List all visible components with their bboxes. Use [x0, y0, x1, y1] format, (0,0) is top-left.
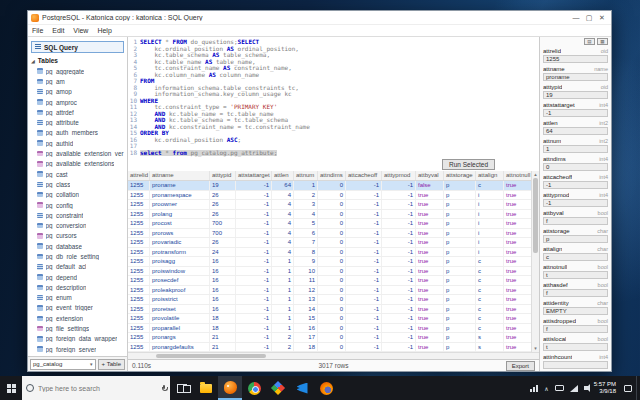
- field-value[interactable]: 19: [543, 91, 608, 99]
- column-header-attbyval[interactable]: attbyval: [416, 171, 444, 180]
- microphone-icon[interactable]: [162, 385, 166, 392]
- field-value[interactable]: f: [543, 325, 608, 333]
- sidebar-item-pg_available_extensions[interactable]: pg_available_extensions: [37, 159, 127, 169]
- table-row[interactable]: 1255pronargdefaults21-12180-1-1truepstru…: [128, 343, 531, 353]
- table-row[interactable]: 1255provolatile18-11150-1-1truepctrue: [128, 314, 531, 324]
- sidebar-item-pg_class[interactable]: pg_class: [37, 179, 127, 189]
- column-header-attname[interactable]: attname: [150, 171, 210, 180]
- sidebar-item-pg_depend[interactable]: pg_depend: [37, 272, 127, 282]
- taskbar-app-photos[interactable]: [266, 376, 290, 400]
- table-row[interactable]: 1255proleakproof16-11120-1-1truepctrue: [128, 286, 531, 296]
- sidebar-item-pg_description[interactable]: pg_description: [37, 282, 127, 292]
- field-value[interactable]: -1: [543, 109, 608, 117]
- field-value[interactable]: 64: [543, 127, 608, 135]
- field-value[interactable]: p: [543, 235, 608, 243]
- taskbar-app-file-explorer[interactable]: [194, 376, 218, 400]
- sidebar-item-pg_enum[interactable]: pg_enum: [37, 293, 127, 303]
- field-value[interactable]: f: [543, 217, 608, 225]
- column-header-attstorage[interactable]: attstorage: [444, 171, 476, 180]
- taskbar-app-vscode[interactable]: [290, 376, 314, 400]
- field-value[interactable]: 1255: [543, 55, 608, 63]
- sidebar-item-pg_attribute[interactable]: pg_attribute: [37, 117, 127, 127]
- chevron-up-icon[interactable]: ∧: [544, 385, 548, 392]
- table-row[interactable]: 1255prolang26-1440-1-1truepitrue: [128, 210, 531, 220]
- sidebar-item-pg_aggregate[interactable]: pg_aggregate: [37, 66, 127, 76]
- editor-line[interactable]: 18select * from pg_catalog.pg_attribute;: [128, 150, 539, 157]
- field-value[interactable]: -1: [543, 181, 608, 189]
- sidebar-item-pg_amproc[interactable]: pg_amproc: [37, 97, 127, 107]
- sidebar-item-pg_available_extension_ver[interactable]: pg_available_extension_ver: [37, 148, 127, 158]
- taskbar-search[interactable]: [22, 376, 170, 400]
- sidebar-item-pg_amop[interactable]: pg_amop: [37, 87, 127, 97]
- table-row[interactable]: 1255pronamespace26-1420-1-1truepitrue: [128, 191, 531, 201]
- sidebar-item-pg_foreign_server[interactable]: pg_foreign_server: [37, 344, 127, 354]
- vertical-scrollbar[interactable]: ▴ ▾: [531, 171, 539, 352]
- table-row[interactable]: 1255procost700-1450-1-1truepitrue: [128, 219, 531, 229]
- column-header-atttypid[interactable]: atttypid: [210, 171, 236, 180]
- field-value[interactable]: -1: [543, 199, 608, 207]
- table-row[interactable]: 1255proisagg16-1190-1-1truepctrue: [128, 257, 531, 267]
- show-desktop-button[interactable]: [636, 376, 640, 400]
- titlebar[interactable]: PostgreSQL - Katonica copy : katonica : …: [28, 11, 611, 25]
- sidebar-item-pg_config[interactable]: pg_config: [37, 200, 127, 210]
- expander-icon[interactable]: ◢: [31, 58, 35, 64]
- taskbar-app-postgresql[interactable]: [218, 376, 242, 400]
- field-value[interactable]: 0: [543, 163, 608, 171]
- results-grid[interactable]: attrelidattnameatttypidattstattargetattl…: [128, 171, 531, 352]
- export-button[interactable]: Export: [506, 361, 535, 371]
- field-value[interactable]: [543, 361, 608, 369]
- taskbar-app-firefox[interactable]: [314, 376, 338, 400]
- table-row[interactable]: 1255pronargs21-12170-1-1truepstrue: [128, 333, 531, 343]
- menu-edit[interactable]: Edit: [52, 27, 64, 34]
- sidebar-item-pg_cast[interactable]: pg_cast: [37, 169, 127, 179]
- minimize-button[interactable]: —: [570, 12, 582, 23]
- sidebar-item-pg_am[interactable]: pg_am: [37, 76, 127, 86]
- column-header-attstattarget[interactable]: attstattarget: [236, 171, 272, 180]
- run-selected-button[interactable]: Run Selected: [442, 159, 495, 170]
- close-button[interactable]: ✕: [596, 12, 608, 23]
- sidebar-item-pg_authid[interactable]: pg_authid: [37, 138, 127, 148]
- sql-editor[interactable]: 1SELECT * FROM do_questions;SELECT2 kc.o…: [128, 37, 539, 157]
- table-row[interactable]: 1255protransform24-1480-1-1truepitrue: [128, 248, 531, 258]
- sidebar-item-sql-query[interactable]: SQL Query: [31, 41, 124, 53]
- schema-dropdown[interactable]: pg_catalog ▾: [30, 359, 96, 370]
- table-row[interactable]: 1255proparallel18-11160-1-1truepctrue: [128, 324, 531, 334]
- column-header-attrelid[interactable]: attrelid: [128, 171, 150, 180]
- search-input[interactable]: [38, 385, 158, 392]
- field-value[interactable]: t: [543, 343, 608, 351]
- sidebar-tables-node[interactable]: ◢ Tables: [28, 55, 127, 66]
- activity-icon[interactable]: [530, 385, 538, 392]
- column-header-attlen[interactable]: attlen: [272, 171, 294, 180]
- sidebar-item-pg_database[interactable]: pg_database: [37, 241, 127, 251]
- field-value[interactable]: f: [543, 289, 608, 297]
- menu-file[interactable]: File: [32, 27, 43, 34]
- sidebar-item-pg_auth_members[interactable]: pg_auth_members: [37, 128, 127, 138]
- table-row[interactable]: 1255proisstrict16-11130-1-1truepctrue: [128, 295, 531, 305]
- table-row[interactable]: 1255proiswindow16-11100-1-1truepctrue: [128, 267, 531, 277]
- column-header-attcacheoff[interactable]: attcacheoff: [346, 171, 382, 180]
- table-row[interactable]: 1255proowner26-1430-1-1truepitrue: [128, 200, 531, 210]
- menu-help[interactable]: Help: [97, 27, 111, 34]
- table-row[interactable]: 1255proretset16-11140-1-1truepctrue: [128, 305, 531, 315]
- scroll-down-icon[interactable]: ▾: [534, 345, 537, 352]
- sidebar-item-pg_attrdef[interactable]: pg_attrdef: [37, 107, 127, 117]
- taskbar-app-task-view[interactable]: [170, 376, 194, 400]
- column-header-attndims[interactable]: attndims: [318, 171, 346, 180]
- action-center-icon[interactable]: [624, 385, 632, 392]
- volume-icon[interactable]: [584, 386, 588, 390]
- field-value[interactable]: t: [543, 271, 608, 279]
- table-row[interactable]: 1255prosecdef16-11110-1-1truepctrue: [128, 276, 531, 286]
- taskbar-app-chrome[interactable]: [242, 376, 266, 400]
- field-value[interactable]: c: [543, 253, 608, 261]
- add-table-button[interactable]: + Table: [98, 359, 125, 370]
- table-row[interactable]: 1255provariadic26-1470-1-1truepitrue: [128, 238, 531, 248]
- vertical-scroll-track[interactable]: [532, 178, 539, 345]
- column-header-attnum[interactable]: attnum: [294, 171, 318, 180]
- field-value[interactable]: EMPTY: [543, 307, 608, 315]
- sidebar-item-pg_event_trigger[interactable]: pg_event_trigger: [37, 303, 127, 313]
- column-header-attnotnull[interactable]: attnotnull: [504, 171, 531, 180]
- menu-view[interactable]: View: [73, 27, 88, 34]
- touch-keyboard-icon[interactable]: [555, 385, 564, 391]
- maximize-button[interactable]: ▢: [583, 12, 595, 23]
- sidebar-item-pg_conversion[interactable]: pg_conversion: [37, 220, 127, 230]
